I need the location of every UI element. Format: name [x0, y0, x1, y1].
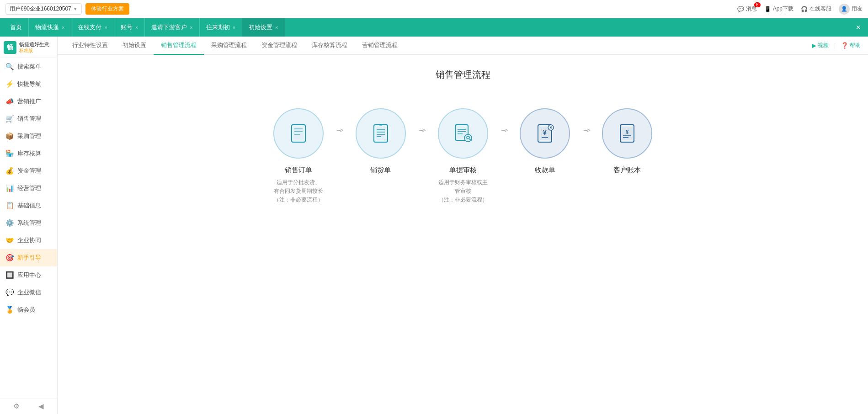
- target-icon: 🎯: [5, 254, 14, 262]
- tab-sales-flow[interactable]: 销售管理流程: [154, 37, 204, 55]
- tab-finance-flow-label: 资金管理流程: [261, 42, 297, 48]
- nav-label-init: 初始设置: [249, 23, 272, 32]
- step-desc-review: 适用于财务审核或主管审核（注：非必要流程）: [438, 178, 488, 205]
- sidebar-item-sales[interactable]: 🛒 销售管理: [0, 110, 57, 127]
- chevron-down-icon: ▼: [73, 6, 78, 11]
- sidebar-label-purchase: 采购管理: [17, 132, 41, 140]
- chart-icon: 📊: [5, 184, 14, 192]
- tab-initial-label: 初始设置: [122, 42, 146, 48]
- close-icon[interactable]: ×: [275, 25, 278, 30]
- arrow-icon: - - ->: [337, 127, 342, 134]
- sidebar-label-member: 畅会员: [17, 306, 35, 314]
- svg-rect-4: [293, 127, 304, 139]
- sidebar: 畅 畅捷通好生意 标准版 🔍 搜索菜单 ⚡ 快捷导航 📣 营销推广 🛒 销售管理…: [0, 37, 58, 414]
- sidebar-label-sales: 销售管理: [17, 115, 41, 123]
- user-name: 用友: [852, 5, 863, 13]
- tab-industry[interactable]: 行业特性设置: [65, 37, 115, 55]
- sidebar-item-cooperation[interactable]: 🤝 企业协同: [0, 232, 57, 249]
- cart-icon: 🛒: [5, 115, 14, 123]
- flow-circle-sales-order[interactable]: [273, 108, 324, 159]
- nav-item-account[interactable]: 账号 ×: [114, 18, 145, 37]
- flow-circle-sales-bill[interactable]: [356, 108, 406, 159]
- arrow-icon: - - ->: [501, 127, 507, 134]
- svg-rect-11: [379, 124, 382, 126]
- sidebar-item-operations[interactable]: 📊 经营管理: [0, 180, 57, 197]
- message-icon: 💬: [737, 6, 744, 12]
- logo-text-wrap: 畅捷通好生意 标准版: [19, 41, 49, 54]
- close-icon[interactable]: ×: [104, 25, 107, 30]
- app-download-item[interactable]: 📱 App下载: [764, 5, 793, 13]
- info-icon: 📋: [5, 202, 14, 210]
- help-link[interactable]: ❓ 帮助: [841, 42, 861, 49]
- tab-finance-flow[interactable]: 资金管理流程: [254, 37, 304, 55]
- nav-item-invite[interactable]: 邀请下游客户 ×: [145, 18, 199, 37]
- sidebar-item-guide[interactable]: 🎯 新手引导: [0, 249, 57, 266]
- app-download-label: App下载: [773, 5, 793, 13]
- page-content: 销售管理流程 销售订单 适用于分批发货、有合同: [58, 55, 868, 223]
- flow-step-account: ¥ 客户账本: [591, 108, 664, 178]
- user-item[interactable]: 👤 用友: [839, 4, 863, 15]
- close-icon[interactable]: ×: [190, 25, 192, 30]
- tab-marketing-flow[interactable]: 营销管理流程: [355, 37, 405, 55]
- messages-item[interactable]: 💬 消息 6: [737, 5, 757, 13]
- close-icon[interactable]: ×: [233, 25, 235, 30]
- flow-step-sales-bill: 销货单: [344, 108, 417, 178]
- nav-bar: 首页 物流快递 × 在线支付 × 账号 × 邀请下游客户 × 往来期初 × 初始…: [0, 18, 868, 37]
- nav-item-home[interactable]: 首页: [4, 18, 29, 37]
- customer-service-item[interactable]: 🎧 在线客服: [801, 5, 831, 13]
- nav-close-all-button[interactable]: ×: [852, 23, 864, 32]
- sidebar-item-system[interactable]: ⚙️ 系统管理: [0, 214, 57, 232]
- gear-icon: ⚙️: [5, 219, 14, 227]
- close-icon[interactable]: ×: [135, 25, 138, 30]
- store-icon: 🏪: [5, 149, 14, 158]
- settings-icon[interactable]: ⚙: [13, 402, 19, 410]
- flash-icon: ⚡: [5, 80, 14, 88]
- tab-inventory-flow[interactable]: 库存核算流程: [304, 37, 355, 55]
- tabs-bar-left: 行业特性设置 初始设置 销售管理流程 采购管理流程 资金管理流程 库存核算流程: [65, 37, 405, 54]
- experience-button[interactable]: 体验行业方案: [85, 3, 129, 15]
- nav-item-payment[interactable]: 在线支付 ×: [71, 18, 114, 37]
- collapse-icon[interactable]: ◀: [38, 402, 44, 410]
- step-title-account: 客户账本: [613, 166, 641, 175]
- arrow-icon: - - ->: [419, 127, 425, 134]
- sidebar-item-purchase[interactable]: 📦 采购管理: [0, 127, 57, 145]
- sidebar-item-wechat[interactable]: 💬 企业微信: [0, 284, 57, 301]
- sidebar-item-member[interactable]: 🏅 畅会员: [0, 301, 57, 318]
- flow-circle-receipt[interactable]: ¥: [520, 108, 570, 159]
- sidebar-label-cooperation: 企业协同: [17, 236, 41, 244]
- flow-arrow-3: - - ->: [501, 108, 507, 134]
- step-title-sales-bill: 销货单: [370, 166, 391, 175]
- flow-circle-account[interactable]: ¥: [602, 108, 652, 159]
- svg-text:¥: ¥: [543, 129, 547, 136]
- box-icon: 📦: [5, 132, 14, 140]
- sidebar-item-marketing[interactable]: 📣 营销推广: [0, 93, 57, 110]
- sidebar-item-inventory[interactable]: 🏪 库存核算: [0, 145, 57, 162]
- video-link[interactable]: ▶ 视频: [812, 42, 829, 49]
- close-icon[interactable]: ×: [62, 25, 64, 30]
- sidebar-item-quicknav[interactable]: ⚡ 快捷导航: [0, 75, 57, 93]
- messages-badge: 6: [754, 2, 761, 7]
- flow-circle-review[interactable]: [438, 108, 488, 159]
- sidebar-item-finance[interactable]: 💰 资金管理: [0, 162, 57, 180]
- nav-item-init[interactable]: 初始设置 ×: [242, 18, 285, 37]
- grid-icon: 🔲: [5, 271, 14, 279]
- tabs-bar: 行业特性设置 初始设置 销售管理流程 采购管理流程 资金管理流程 库存核算流程: [58, 37, 868, 55]
- nav-item-logistics[interactable]: 物流快递 ×: [29, 18, 71, 37]
- flow-diagram: 销售订单 适用于分批发货、有合同发货周期较长（注：非必要流程） - - ->: [69, 99, 857, 214]
- sidebar-item-search[interactable]: 🔍 搜索菜单: [0, 58, 57, 75]
- tab-sales-flow-label: 销售管理流程: [161, 42, 197, 48]
- nav-item-period[interactable]: 往来期初 ×: [200, 18, 242, 37]
- medal-icon: 🏅: [5, 306, 14, 314]
- sidebar-item-basic-info[interactable]: 📋 基础信息: [0, 197, 57, 214]
- sidebar-label-search: 搜索菜单: [17, 63, 41, 71]
- tab-purchase-flow-label: 采购管理流程: [211, 42, 247, 48]
- sidebar-item-app-center[interactable]: 🔲 应用中心: [0, 266, 57, 284]
- user-selector[interactable]: 用户690企业1660120507 ▼: [5, 3, 82, 15]
- tab-initial[interactable]: 初始设置: [115, 37, 154, 55]
- sidebar-label-basic-info: 基础信息: [17, 202, 41, 210]
- step-title-receipt: 收款单: [535, 166, 555, 175]
- main-layout: 畅 畅捷通好生意 标准版 🔍 搜索菜单 ⚡ 快捷导航 📣 营销推广 🛒 销售管理…: [0, 37, 868, 414]
- sidebar-label-app-center: 应用中心: [17, 271, 41, 279]
- tab-purchase-flow[interactable]: 采购管理流程: [204, 37, 254, 55]
- nav-label-account: 账号: [121, 23, 133, 32]
